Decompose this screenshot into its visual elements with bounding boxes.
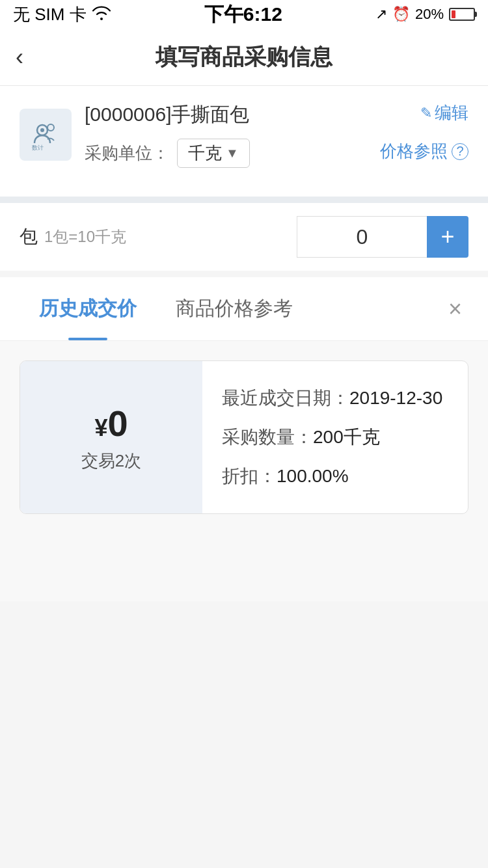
purchase-qty-label: 采购数量： <box>222 427 313 447</box>
battery-icon <box>449 8 475 21</box>
product-left: 数计 [0000006]手撕面包 采购单位： 千克 ▼ <box>20 102 250 168</box>
tab-history-price[interactable]: 历史成交价 <box>20 277 156 340</box>
tab2-label: 商品价格参考 <box>176 297 293 319</box>
discount-row: 折扣：100.00% <box>222 463 448 490</box>
section-divider <box>0 197 488 203</box>
tabs-section: 历史成交价 商品价格参考 × ¥0 交易2次 最近成交日期：2019-12-30… <box>0 277 488 601</box>
product-header: 数计 [0000006]手撕面包 采购单位： 千克 ▼ ✎ 编辑 <box>20 102 468 168</box>
alarm-icon: ⏰ <box>392 6 410 23</box>
purchase-qty-row: 采购数量：200千克 <box>222 424 448 451</box>
dropdown-arrow-icon: ▼ <box>226 146 239 161</box>
quantity-label: 包 1包=10千克 <box>20 224 126 249</box>
purchase-unit-label: 采购单位： <box>85 142 169 165</box>
price-amount: ¥0 <box>94 402 128 444</box>
tabs-list: 历史成交价 商品价格参考 <box>20 277 442 340</box>
price-card: ¥0 交易2次 最近成交日期：2019-12-30 采购数量：200千克 折扣：… <box>20 360 468 514</box>
carrier-text: 无 SIM 卡 <box>13 3 87 26</box>
purchase-unit-row: 采购单位： 千克 ▼ <box>85 139 250 168</box>
price-card-area: ¥0 交易2次 最近成交日期：2019-12-30 采购数量：200千克 折扣：… <box>0 341 488 601</box>
recent-date-label: 最近成交日期： <box>222 388 349 408</box>
unit-value: 千克 <box>188 142 222 165</box>
quantity-conversion: 1包=10千克 <box>44 226 126 247</box>
svg-point-1 <box>40 128 44 132</box>
quantity-input[interactable] <box>297 216 427 258</box>
tab1-label: 历史成交价 <box>39 297 137 319</box>
product-right-actions: ✎ 编辑 价格参照 ? <box>380 102 468 163</box>
edit-icon: ✎ <box>420 105 432 122</box>
price-card-left: ¥0 交易2次 <box>20 361 202 513</box>
wifi-icon <box>92 5 111 25</box>
product-info: [0000006]手撕面包 采购单位： 千克 ▼ <box>85 102 250 168</box>
quantity-plus-button[interactable]: + <box>427 216 468 258</box>
quantity-input-group: + <box>297 216 468 258</box>
status-time: 下午6:12 <box>204 1 282 28</box>
tab-close-button[interactable]: × <box>442 289 468 329</box>
svg-text:数计: 数计 <box>32 144 44 151</box>
plus-icon: + <box>441 223 454 251</box>
purchase-qty-value: 200千克 <box>313 427 380 447</box>
tab-product-price[interactable]: 商品价格参考 <box>156 277 312 340</box>
discount-label: 折扣： <box>222 466 277 486</box>
trade-count: 交易2次 <box>81 450 141 472</box>
product-section: 数计 [0000006]手撕面包 采购单位： 千克 ▼ ✎ 编辑 <box>0 86 488 197</box>
product-name: [0000006]手撕面包 <box>85 102 250 128</box>
currency-symbol: ¥ <box>94 414 107 441</box>
price-ref-label: 价格参照 <box>380 140 448 163</box>
product-thumbnail: 数计 <box>20 109 72 161</box>
battery-fill <box>452 10 455 18</box>
recent-date-value: 2019-12-30 <box>349 388 442 408</box>
price-value: 0 <box>107 403 128 444</box>
svg-point-2 <box>47 124 54 131</box>
help-icon: ? <box>452 143 468 160</box>
quantity-unit-icon: 包 <box>20 224 38 249</box>
edit-label: 编辑 <box>435 102 468 124</box>
price-ref-button[interactable]: 价格参照 ? <box>380 140 468 163</box>
back-button[interactable]: ‹ <box>16 44 23 71</box>
discount-value: 100.00% <box>277 466 349 486</box>
price-card-right: 最近成交日期：2019-12-30 采购数量：200千克 折扣：100.00% <box>202 361 468 513</box>
location-icon: ↗ <box>375 6 387 23</box>
edit-button[interactable]: ✎ 编辑 <box>420 102 468 124</box>
tabs-header: 历史成交价 商品价格参考 × <box>0 277 488 341</box>
battery-pct: 20% <box>415 6 444 23</box>
status-left: 无 SIM 卡 <box>13 3 111 26</box>
status-bar: 无 SIM 卡 下午6:12 ↗ ⏰ 20% <box>0 0 488 29</box>
quantity-row: 包 1包=10千克 + <box>0 203 488 271</box>
recent-date-row: 最近成交日期：2019-12-30 <box>222 385 448 412</box>
page-title: 填写商品采购信息 <box>156 42 332 72</box>
nav-bar: ‹ 填写商品采购信息 <box>0 29 488 86</box>
unit-selector[interactable]: 千克 ▼ <box>177 139 250 168</box>
status-right: ↗ ⏰ 20% <box>375 6 475 23</box>
